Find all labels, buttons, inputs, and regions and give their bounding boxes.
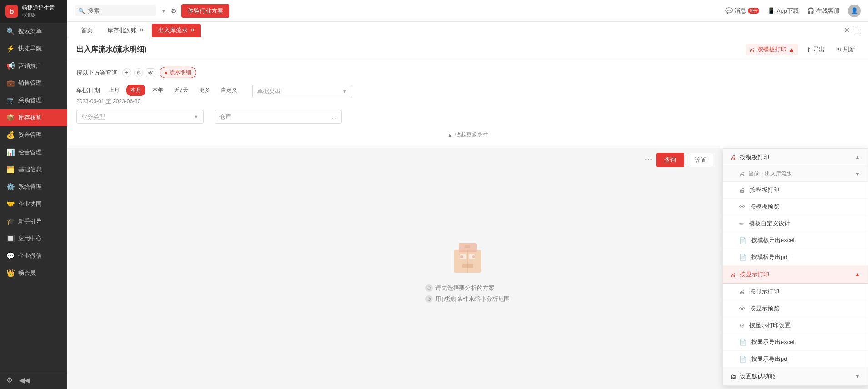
template-custom-icon: ✏ (739, 220, 744, 227)
sidebar-item-wechat[interactable]: 💬企业微信 (0, 247, 67, 264)
doc-type-select[interactable]: 单据类型 ▼ (252, 85, 352, 98)
sidebar-item-shortcut[interactable]: ⚡快捷导航 (0, 40, 67, 57)
date-last-month-button[interactable]: 上月 (105, 85, 124, 96)
tab-close-all-icon[interactable]: ✕ (844, 26, 850, 35)
template-excel-label: 按模板导出excel (751, 236, 794, 244)
search-input[interactable] (88, 7, 147, 14)
warehouse-label: 仓库 (219, 113, 329, 121)
sidebar-item-guide[interactable]: 🎓新手引导 (0, 213, 67, 230)
display-print-sub-label: 按显示打印 (750, 288, 779, 296)
printer-icon: 🖨 (749, 46, 755, 53)
search-icon: 🔍 (78, 8, 85, 14)
page-content: 出入库流水(流水明细) 🖨 按模板打印 ▲ ⬆ 导出 ↻ 刷新 (67, 39, 868, 389)
user-avatar[interactable]: 👤 (848, 5, 861, 17)
sidebar-item-sales[interactable]: 💼销售管理 (0, 75, 67, 92)
sidebar-item-inventory[interactable]: 📦库存核算 (0, 109, 67, 126)
query-button[interactable]: 查询 (656, 153, 684, 167)
sidebar-item-label-inventory: 库存核算 (18, 114, 42, 122)
template-print-section-header[interactable]: 🖨 按模板打印 ▲ (723, 149, 868, 166)
settings-icon[interactable]: ⚙ (6, 376, 13, 384)
collapse-sidebar-icon[interactable]: ◀◀ (19, 376, 30, 384)
template-print-button[interactable]: 🖨 按模板打印 ▲ (746, 44, 798, 55)
tip-num-2: ② (425, 295, 433, 303)
collab-icon: 🤝 (6, 200, 15, 208)
date-custom-button[interactable]: 自定义 (217, 85, 241, 96)
warehouse-chevron-icon: … (332, 114, 337, 120)
dropdown-template-custom-button[interactable]: ✏ 模板自定义设计 (723, 215, 868, 232)
display-settings-icon: ⚙ (739, 322, 745, 329)
sidebar-item-appstore[interactable]: 🔲应用中心 (0, 230, 67, 247)
dropdown-display-settings-button[interactable]: ⚙ 按显示打印设置 (723, 317, 868, 334)
tab-home[interactable]: 首页 (75, 24, 99, 37)
sidebar-item-label-sales: 销售管理 (18, 79, 42, 87)
display-print-section-title: 🖨 按显示打印 (730, 270, 769, 279)
tab-batch-close-icon[interactable]: ✕ (140, 27, 144, 33)
date-this-year-button[interactable]: 本年 (148, 85, 167, 96)
tab-maximize-icon[interactable]: ⛶ (853, 26, 861, 35)
template-print-sub-label: 按模板打印 (750, 186, 779, 194)
tab-flow-close-icon[interactable]: ✕ (190, 27, 195, 33)
biz-type-select[interactable]: 业务类型 ▼ (76, 110, 204, 124)
tab-flow[interactable]: 出入库流水 ✕ (152, 24, 201, 37)
display-print-section-header[interactable]: 🖨 按显示打印 ▲ (723, 266, 868, 284)
header-search-chevron[interactable]: ▼ (161, 8, 166, 14)
app-download-button[interactable]: 📱 App下载 (768, 7, 799, 15)
sidebar-item-label-marketing: 营销推广 (18, 62, 42, 70)
online-service-button[interactable]: 🎧 在线客服 (807, 7, 840, 15)
biz-type-chevron-icon: ▼ (194, 114, 199, 120)
trial-button[interactable]: 体验行业方案 (181, 4, 229, 18)
filter-label: 按以下方案查询 (76, 69, 118, 77)
header-search-box[interactable]: 🔍 (75, 5, 156, 16)
template-print-chevron-icon: ▲ (855, 154, 860, 160)
sidebar-item-operations[interactable]: 📊经营管理 (0, 144, 67, 161)
default-func-section-header[interactable]: 🗂 设置默认功能 ▼ (723, 368, 868, 385)
tab-controls: ✕ ⛶ (844, 26, 861, 35)
filter-add-button[interactable]: + (122, 68, 131, 77)
filter-section: 按以下方案查询 + ⚙ ≪ ● 流水明细 单据日期 上月 本月 (67, 60, 868, 148)
display-preview-label: 按显示预览 (750, 304, 779, 313)
collapse-label: 收起更多条件 (455, 131, 488, 139)
dropdown-display-preview-button[interactable]: 👁 按显示预览 (723, 300, 868, 317)
messages-button[interactable]: 💬 消息 99+ (725, 7, 759, 15)
sidebar-item-member[interactable]: 👑畅会员 (0, 264, 67, 282)
sidebar-item-marketing[interactable]: 📢营销推广 (0, 57, 67, 75)
tab-inventory-batch[interactable]: 库存批次账 ✕ (101, 24, 150, 37)
date-more-button[interactable]: 更多 (195, 85, 214, 96)
filter-settings-button[interactable]: ⚙ (134, 68, 143, 77)
sidebar-item-search[interactable]: 🔍搜索菜单 (0, 23, 67, 40)
service-icon: 🎧 (807, 7, 814, 14)
date-last7-button[interactable]: 近7天 (170, 85, 192, 96)
sidebar-item-basic[interactable]: 🗂️基础信息 (0, 161, 67, 178)
empty-tip-1: ① 请先选择要分析的方案 (425, 284, 509, 292)
sidebar-item-purchase[interactable]: 🛒采购管理 (0, 92, 67, 109)
filter-collapse-more[interactable]: ▲ 收起更多条件 (76, 128, 859, 141)
dropdown-display-pdf-button[interactable]: 📄 按显示导出pdf (723, 351, 868, 368)
template-excel-icon: 📄 (739, 237, 747, 244)
settings-button[interactable]: 设置 (688, 153, 713, 167)
dropdown-template-print-button[interactable]: 🖨 按模板打印 (723, 182, 868, 199)
header-gear-icon[interactable]: ⚙ (171, 7, 177, 15)
dropdown-template-excel-button[interactable]: 📄 按模板导出excel (723, 232, 868, 249)
sidebar-bottom: ⚙ ◀◀ (0, 371, 67, 389)
date-this-month-button[interactable]: 本月 (126, 85, 145, 96)
export-button[interactable]: ⬆ 导出 (803, 44, 828, 55)
dropdown-template-preview-button[interactable]: 👁 按模板预览 (723, 199, 868, 215)
warehouse-select[interactable]: 仓库 … (215, 110, 342, 124)
sidebar-item-label-purchase: 采购管理 (18, 96, 42, 105)
filter-collapse-button[interactable]: ≪ (146, 68, 155, 77)
sidebar-item-system[interactable]: ⚙️系统管理 (0, 178, 67, 195)
template-pdf-label: 按模板导出pdf (751, 253, 789, 261)
dropdown-display-excel-button[interactable]: 📄 按显示导出excel (723, 334, 868, 351)
refresh-icon: ↻ (837, 46, 842, 53)
filter-chip-flow[interactable]: ● 流水明细 (160, 67, 196, 78)
sidebar-item-label-search: 搜索菜单 (18, 27, 42, 35)
default-func-title-text: 设置默认功能 (740, 372, 775, 380)
sidebar-item-collab[interactable]: 🤝企业协同 (0, 195, 67, 213)
dropdown-template-pdf-button[interactable]: 📄 按模板导出pdf (723, 249, 868, 266)
refresh-button[interactable]: ↻ 刷新 (833, 44, 859, 55)
display-print-sub-icon: 🖨 (739, 289, 745, 295)
sidebar-item-finance[interactable]: 💰资金管理 (0, 126, 67, 144)
display-print-chevron-icon: ▲ (855, 271, 860, 278)
dropdown-display-print-button[interactable]: 🖨 按显示打印 (723, 284, 868, 300)
more-options-icon[interactable]: … (644, 153, 653, 167)
